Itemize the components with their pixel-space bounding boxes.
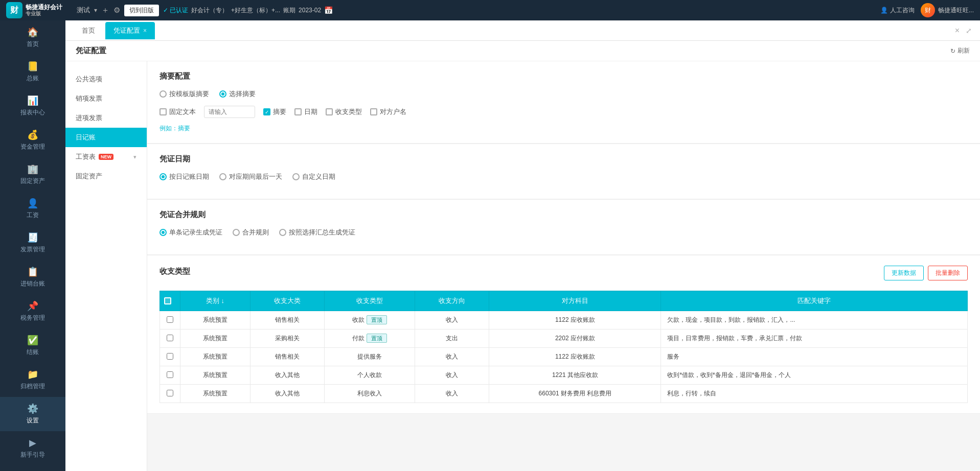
example-text: 例如：摘要 bbox=[159, 124, 968, 133]
summary-checkbox-item[interactable]: ✓ 摘要 bbox=[263, 107, 286, 116]
payment-types-header: 收支类型 更新数据 批量删除 bbox=[159, 266, 968, 286]
radio-template-summary[interactable]: 按模板版摘要 bbox=[159, 89, 209, 99]
subject-4: 1221 其他应收款 bbox=[489, 366, 661, 385]
subject-2: 2202 应付账款 bbox=[489, 329, 661, 348]
sidebar-item-archive[interactable]: 📁 归档管理 bbox=[0, 363, 65, 397]
refresh-button[interactable]: ↻ 刷新 bbox=[950, 46, 970, 55]
expand-arrow-icon[interactable]: ▾ bbox=[133, 154, 136, 160]
left-nav-fixed-assets[interactable]: 固定资产 bbox=[65, 167, 147, 186]
sidebar-label-archive: 归档管理 bbox=[20, 382, 45, 391]
sidebar-label-guide: 新手引导 bbox=[20, 451, 45, 459]
radio-single-record[interactable]: 单条记录生成凭证 bbox=[159, 228, 222, 237]
radio-dot-merge bbox=[233, 229, 240, 236]
dropdown-arrow-icon[interactable]: ▾ bbox=[94, 7, 97, 14]
batch-delete-button[interactable]: 批量删除 bbox=[928, 266, 968, 280]
top-tag-2[interactable]: 置顶 bbox=[367, 334, 387, 343]
sidebar-label-settings: 设置 bbox=[27, 416, 39, 425]
counterparty-checkbox-item[interactable]: 对方户名 bbox=[370, 107, 406, 116]
left-nav-sales-invoice[interactable]: 销项发票 bbox=[65, 89, 147, 108]
sidebar-item-guide[interactable]: ▶ 新手引导 bbox=[0, 431, 65, 465]
category-5: 系统预置 bbox=[180, 385, 250, 403]
public-options-label: 公共选项 bbox=[76, 75, 102, 84]
type-4: 个人收款 bbox=[324, 366, 415, 385]
sidebar-item-settings[interactable]: ⚙️ 设置 bbox=[0, 397, 65, 431]
user-info[interactable]: 财 畅捷通旺旺... bbox=[921, 3, 974, 17]
good-accounting-status: 好会计（专） bbox=[191, 6, 228, 15]
switch-version-button[interactable]: 切到旧版 bbox=[124, 5, 159, 16]
left-nav-public[interactable]: 公共选项 bbox=[65, 69, 147, 89]
sidebar-item-tax[interactable]: 📌 税务管理 bbox=[0, 294, 65, 328]
th-checkbox bbox=[160, 291, 180, 311]
table-row: 系统预置 收入其他 利息收入 收入 660301 财务费用 利息费用 利息，行转… bbox=[160, 385, 968, 403]
fixed-text-input[interactable] bbox=[204, 106, 255, 118]
checkbox-5[interactable] bbox=[167, 390, 173, 396]
keywords-2: 项目，日常费用，报销款，车费，承兑汇票，付款 bbox=[661, 329, 968, 348]
sidebar-item-trade[interactable]: 📋 进销台账 bbox=[0, 260, 65, 294]
radio-period-last-day[interactable]: 对应期间最后一天 bbox=[219, 172, 282, 181]
update-data-button[interactable]: 更新数据 bbox=[884, 266, 924, 280]
type-5: 利息收入 bbox=[324, 385, 415, 403]
assets-icon: 🏢 bbox=[27, 163, 38, 175]
funds-icon: 💰 bbox=[27, 129, 38, 140]
category-2: 系统预置 bbox=[180, 329, 250, 348]
service-button[interactable]: 👤 人工咨询 bbox=[880, 6, 915, 15]
checkbox-1[interactable] bbox=[167, 316, 173, 323]
radio-summary-generate[interactable]: 按照选择汇总生成凭证 bbox=[279, 228, 355, 237]
sidebar-item-close[interactable]: ✅ 结账 bbox=[0, 328, 65, 363]
radio-select-summary[interactable]: 选择摘要 bbox=[219, 89, 256, 99]
tab-home[interactable]: 首页 bbox=[74, 22, 103, 39]
settings-nav-icon: ⚙️ bbox=[27, 403, 38, 414]
select-all-checkbox[interactable] bbox=[164, 297, 171, 304]
table-row: 系统预置 销售相关 收款 置顶 收入 1122 应收账款 欠款，现金，项目款，到… bbox=[160, 311, 968, 329]
checkbox-4[interactable] bbox=[167, 371, 173, 378]
date-checkbox-box bbox=[294, 108, 302, 115]
tab-voucher-config[interactable]: 凭证配置 × bbox=[105, 22, 155, 39]
radio-custom-date[interactable]: 自定义日期 bbox=[292, 172, 335, 181]
sales-invoice-label: 销项发票 bbox=[76, 94, 102, 103]
sidebar-item-invoices[interactable]: 🧾 发票管理 bbox=[0, 226, 65, 260]
date-checkbox-item[interactable]: 日期 bbox=[294, 107, 317, 116]
left-nav: 公共选项 销项发票 进项发票 日记账 工资表 NEW ▾ 固定资产 bbox=[65, 61, 147, 471]
major-type-3: 销售相关 bbox=[250, 348, 324, 366]
radio-diary-date[interactable]: 按日记账日期 bbox=[159, 172, 209, 181]
sidebar-item-assets[interactable]: 🏢 固定资产 bbox=[0, 157, 65, 192]
merge-rules-section: 凭证合并规则 单条记录生成凭证 合并规则 按照选择汇总生成凭证 bbox=[147, 200, 980, 255]
voucher-date-radio-group: 按日记账日期 对应期间最后一天 自定义日期 bbox=[159, 172, 968, 181]
window-close-icon[interactable]: × bbox=[955, 26, 960, 35]
sidebar-label-invoices: 发票管理 bbox=[20, 245, 45, 254]
sidebar-item-ledger[interactable]: 📒 总账 bbox=[0, 55, 65, 89]
sidebar-label-tax: 税务管理 bbox=[20, 314, 45, 322]
payment-type-checkbox-box bbox=[326, 108, 333, 115]
checkbox-3[interactable] bbox=[167, 353, 173, 360]
guide-icon: ▶ bbox=[29, 437, 36, 449]
th-direction: 收支方向 bbox=[415, 291, 489, 311]
calendar-icon[interactable]: 📅 bbox=[324, 6, 333, 14]
sidebar-item-funds[interactable]: 💰 资金管理 bbox=[0, 123, 65, 157]
good-business-status: +好生意（标）+... bbox=[231, 6, 280, 15]
payment-type-checkbox-item[interactable]: 收支类型 bbox=[326, 107, 362, 116]
sidebar: 🏠 首页 📒 总账 📊 报表中心 💰 资金管理 🏢 固定资产 👤 工资 🧾 发票… bbox=[0, 20, 65, 471]
sidebar-label-payroll: 工资 bbox=[27, 211, 39, 220]
left-nav-payroll[interactable]: 工资表 NEW ▾ bbox=[65, 147, 147, 167]
sidebar-item-payroll[interactable]: 👤 工资 bbox=[0, 192, 65, 226]
new-badge: NEW bbox=[99, 154, 113, 160]
sidebar-item-reports[interactable]: 📊 报表中心 bbox=[0, 89, 65, 123]
window-maximize-icon[interactable]: ⤢ bbox=[966, 27, 972, 35]
top-tag-1[interactable]: 置顶 bbox=[367, 315, 387, 324]
summary-checkbox-box: ✓ bbox=[263, 108, 270, 115]
fixed-text-checkbox[interactable]: 固定文本 bbox=[159, 107, 196, 116]
settings-icon[interactable]: ⚙ bbox=[113, 6, 120, 15]
radio-merge-rule[interactable]: 合并规则 bbox=[233, 228, 269, 237]
sidebar-label-close: 结账 bbox=[27, 348, 39, 357]
sidebar-item-home[interactable]: 🏠 首页 bbox=[0, 20, 65, 55]
keywords-5: 利息，行转，续自 bbox=[661, 385, 968, 403]
keywords-3: 服务 bbox=[661, 348, 968, 366]
sidebar-item-member[interactable]: ★ 畅会员 bbox=[0, 465, 65, 471]
summary-checkbox-row: 固定文本 ✓ 摘要 日期 收支类型 bbox=[159, 106, 968, 118]
tab-close-icon[interactable]: × bbox=[143, 27, 147, 34]
keywords-1: 欠款，现金，项目款，到款，报销款，汇入，... bbox=[661, 311, 968, 329]
checkbox-2[interactable] bbox=[167, 335, 173, 341]
add-icon[interactable]: ＋ bbox=[101, 5, 109, 16]
left-nav-purchase-invoice[interactable]: 进项发票 bbox=[65, 108, 147, 128]
left-nav-diary[interactable]: 日记账 bbox=[65, 128, 147, 147]
